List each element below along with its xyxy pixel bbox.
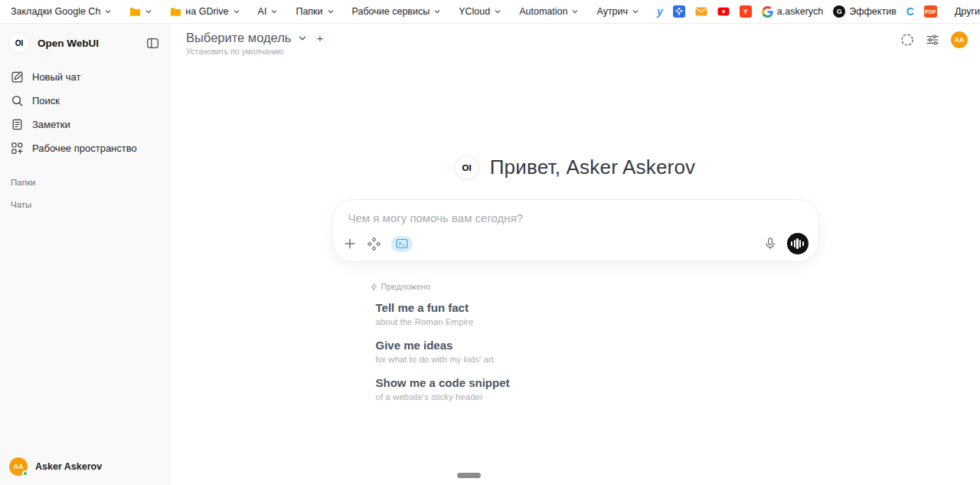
message-input-box[interactable] — [332, 199, 819, 262]
bookmark-label: Аутрич — [596, 6, 628, 17]
suggestion-item[interactable]: Give me ideas for what to do with my kid… — [332, 338, 819, 365]
chevron-down-icon — [233, 8, 240, 15]
header-user-avatar[interactable]: AA — [951, 31, 968, 48]
temporary-chat-button[interactable] — [900, 33, 914, 47]
dictate-button[interactable] — [763, 237, 777, 251]
bookmark-yandex[interactable]: Y — [740, 5, 752, 18]
suggestion-title: Tell me a fun fact — [376, 300, 819, 315]
user-avatar: AA — [9, 457, 28, 476]
suggestion-item[interactable]: Show me a code snippet of a website's st… — [332, 375, 819, 402]
sidebar-toggle-icon — [145, 36, 160, 51]
getcourse-icon: G — [833, 5, 845, 18]
blue-app-icon — [673, 5, 685, 18]
app-name: Open WebUI — [38, 38, 99, 49]
bookmark-folder-ycloud[interactable]: YCloud — [459, 6, 501, 17]
bookmark-folder-work-services[interactable]: Рабочие сервисы — [352, 6, 442, 17]
message-input[interactable] — [348, 211, 777, 224]
bookmark-label: a.askerych — [777, 6, 823, 17]
controls-button[interactable] — [926, 33, 939, 47]
sidebar-item-label: Рабочее пространство — [32, 143, 137, 154]
bookmarks-bar: Закладки Google Ch на GDrive AI Папки Ра… — [0, 0, 980, 24]
bookmark-blue-app[interactable] — [673, 5, 685, 18]
suggestion-title: Give me ideas — [376, 338, 819, 352]
folder-icon — [170, 7, 181, 17]
bookmark-label: Папки — [296, 6, 322, 17]
chat-landing: OI Привет, Asker Askerov — [332, 156, 819, 413]
sidebar-item-search[interactable]: Поиск — [6, 89, 165, 113]
sidebar-item-new-chat[interactable]: Новый чат — [6, 65, 165, 89]
bookmark-label: YCloud — [459, 6, 490, 17]
openwebui-logo: OI — [9, 33, 29, 53]
chevron-down-icon — [433, 8, 441, 15]
code-interpreter-toggle[interactable] — [391, 236, 413, 252]
voice-call-button[interactable] — [787, 233, 808, 254]
bookmark-folder-papki[interactable]: Папки — [296, 6, 334, 17]
sidebar-item-notes[interactable]: Заметки — [6, 113, 165, 136]
bookmark-blue-c[interactable]: C — [906, 5, 914, 18]
chevron-down-icon — [571, 8, 579, 15]
chevron-down-icon — [494, 8, 501, 15]
sidebar-item-workspace[interactable]: Рабочее пространство — [6, 136, 165, 160]
bookmark-pdf[interactable]: PDF — [924, 5, 937, 18]
bookmark-folder-outreach[interactable]: Аутрич — [596, 6, 639, 17]
tools-button[interactable] — [367, 237, 381, 251]
set-default-link[interactable]: Установить по умолчанию — [186, 47, 323, 56]
waveform-icon — [791, 241, 792, 246]
sidebar-header: OI Open WebUI — [0, 24, 171, 61]
chevron-down-icon[interactable] — [298, 34, 307, 43]
microphone-icon — [763, 237, 777, 251]
user-avatar-initials: AA — [14, 463, 24, 470]
integrations-icon — [367, 237, 381, 251]
greeting-text: Привет, Asker Askerov — [490, 156, 696, 179]
user-name: Asker Askerov — [35, 461, 102, 472]
add-model-button[interactable]: + — [316, 31, 323, 44]
attach-button[interactable] — [343, 237, 357, 251]
bookmark-folder-ai[interactable]: AI — [258, 6, 279, 17]
bookmark-label: на GDrive — [185, 6, 228, 17]
google-icon — [762, 6, 773, 18]
other-bookmarks-label: Другие закладки — [955, 6, 980, 17]
suggestion-item[interactable]: Tell me a fun fact about the Roman Empir… — [332, 300, 819, 327]
sidebar-item-label: Поиск — [32, 95, 60, 107]
bookmark-yandex-browser[interactable]: y — [657, 5, 663, 18]
suggestions-block: Предложено Tell me a fun fact about the … — [332, 282, 819, 402]
bookmark-label: Закладки Google Ch — [11, 6, 100, 17]
bookmark-folder-automation[interactable]: Automation — [519, 6, 579, 17]
bookmark-youtube[interactable] — [717, 5, 730, 18]
search-icon — [11, 94, 24, 107]
sidebar-user-menu[interactable]: AA Asker Askerov — [0, 450, 171, 485]
suggested-label: Предложено — [381, 282, 431, 291]
bookmark-folder-gdrive[interactable]: на GDrive — [170, 6, 240, 17]
sidebar-nav: Новый чат Поиск Заметки Рабочее простран… — [0, 61, 171, 165]
sidebar-section-chats[interactable]: Чаты — [0, 200, 171, 209]
model-selector[interactable]: Выберите модель — [186, 31, 291, 45]
chevron-down-icon — [327, 8, 335, 15]
terminal-icon — [396, 238, 408, 249]
bookmark-label: Рабочие сервисы — [352, 6, 430, 17]
sidebar-section-folders[interactable]: Папки — [0, 178, 171, 187]
bookmark-google-account[interactable]: a.askerych — [762, 6, 823, 18]
bookmark-folder-unnamed[interactable] — [129, 7, 152, 17]
chevron-down-icon — [145, 8, 152, 15]
suggestion-subtitle: for what to do with my kids' art — [376, 354, 819, 365]
yandex-icon: Y — [740, 5, 752, 18]
main-area: Выберите модель + Установить по умолчани… — [171, 24, 980, 485]
greeting-block: OI Привет, Asker Askerov — [332, 156, 819, 179]
dashed-circle-icon — [900, 33, 914, 47]
bolt-icon — [371, 283, 377, 291]
sliders-icon — [926, 33, 939, 47]
mail-icon — [695, 5, 707, 18]
other-bookmarks[interactable]: Другие закладки — [955, 6, 980, 17]
bookmark-folder-google-bookmarks[interactable]: Закладки Google Ch — [11, 6, 112, 17]
suggested-label-row: Предложено — [332, 282, 819, 291]
input-toolbar — [343, 233, 808, 254]
sidebar: OI Open WebUI Новый чат Поиск Заметки Ра… — [0, 24, 171, 485]
bookmark-mail[interactable] — [695, 5, 707, 18]
suggestion-subtitle: of a website's sticky header — [376, 392, 819, 402]
chevron-down-icon — [104, 8, 112, 15]
sidebar-item-label: Новый чат — [32, 71, 80, 83]
notes-icon — [11, 118, 24, 131]
sidebar-toggle-button[interactable] — [145, 36, 160, 51]
bookmark-getcourse[interactable]: G Эффектив — [833, 5, 896, 18]
blue-c-icon: C — [906, 5, 914, 18]
